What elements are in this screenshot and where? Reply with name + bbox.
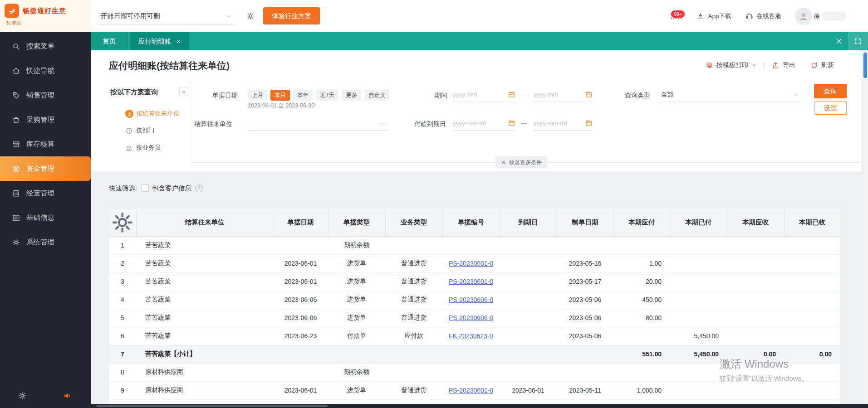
fullscreen-button[interactable] (848, 32, 868, 50)
sidebar-item-purchase[interactable]: 采购管理 (0, 107, 91, 132)
settings-gear-icon[interactable] (17, 391, 27, 401)
tab-payable-ledger[interactable]: 应付明细账 (130, 32, 189, 50)
topbar-gear-icon[interactable] (246, 11, 255, 21)
collapse-panel-icon[interactable]: « (179, 87, 188, 96)
col-header-doc-type[interactable]: 单据类型 (328, 209, 385, 236)
doc-no-link[interactable]: PS-20230601-0 (449, 387, 493, 394)
col-header-unit[interactable]: 结算往来单位 (136, 209, 273, 236)
cell-doc-date (273, 363, 328, 381)
col-header-doc-no[interactable]: 单据编号 (442, 209, 500, 236)
col-header-received[interactable]: 本期已收 (784, 209, 840, 236)
cell-received (784, 381, 840, 399)
more-options-icon[interactable]: ··· (379, 119, 388, 127)
calendar-icon[interactable] (585, 119, 593, 127)
col-header-payable[interactable]: 本期应付 (613, 209, 670, 236)
date-chip[interactable]: 更多 (342, 90, 361, 101)
col-header-biz-type[interactable]: 业务类型 (385, 209, 442, 236)
col-header-paid[interactable]: 本期已付 (670, 209, 727, 236)
quick-filter-label: 快速筛选: (109, 184, 137, 193)
table-column-settings[interactable] (109, 209, 136, 236)
account-set-select[interactable]: 开账日期可停用可删 (98, 8, 234, 24)
sidebar-item-search-menu[interactable]: 搜索菜单 (0, 34, 91, 58)
row-number: 5 (109, 309, 136, 327)
cell-biz-type: 普通进货 (385, 381, 442, 399)
export-button[interactable]: 导出 (772, 61, 795, 69)
speaker-icon[interactable] (63, 391, 73, 401)
scheme-item-by-salesperson[interactable]: 按业务员 (91, 141, 190, 154)
unit-input[interactable] (248, 120, 379, 126)
doc-no-link[interactable]: PS-20230606-0 (449, 314, 493, 321)
table-row[interactable]: 8 原材料供应商 期初余额 (109, 363, 840, 381)
cell-unit: 苦苦蔬菜 (136, 309, 273, 327)
date-chip[interactable]: 上月 (248, 90, 267, 101)
doc-no-link[interactable]: PS-20230601-0 (449, 278, 493, 285)
col-header-make-date[interactable]: 制单日期 (557, 209, 613, 236)
query-type-select[interactable]: 全部 (659, 87, 801, 102)
cell-received (784, 327, 840, 345)
table-row[interactable]: 5 苦苦蔬菜 2023-06-06 进货单 普通进货 PS-20230606-0… (109, 309, 840, 327)
sidebar-item-inventory[interactable]: 库存核算 (0, 132, 91, 156)
online-service-button[interactable]: 在线客服 (745, 12, 781, 20)
close-all-tabs-icon[interactable] (835, 38, 843, 45)
period-end-input[interactable] (534, 91, 585, 98)
cell-unit: 原材料供应商 (136, 381, 273, 399)
messages-button[interactable]: 99+ 消息 (667, 12, 682, 20)
table-gear-icon (109, 209, 136, 236)
date-chip[interactable]: 本月 (270, 90, 290, 101)
table-row[interactable]: 4 苦苦蔬菜 2023-06-06 进货单 普通进货 PS-20230606-0… (109, 291, 840, 309)
table-row[interactable]: 1 苦苦蔬菜 期初余额 (109, 236, 840, 254)
table-row[interactable]: 6 苦苦蔬菜 2023-06-23 付款单 应付款 FK-20230623-0 … (109, 327, 840, 345)
chevron-down-icon (794, 92, 799, 97)
include-customer-checkbox[interactable] (142, 185, 149, 192)
table-row[interactable]: 2 苦苦蔬菜 2023-06-01 进货单 普通进货 PS-20230601-0… (109, 254, 840, 272)
cell-received (784, 254, 840, 272)
horizontal-scrollbar-thumb[interactable] (96, 405, 328, 407)
horizontal-scrollbar[interactable] (91, 404, 868, 408)
app-download-button[interactable]: App下载 (696, 12, 731, 20)
doc-no-link[interactable]: PS-20230601-0 (449, 260, 493, 267)
col-header-receivable[interactable]: 本期应收 (727, 209, 784, 236)
col-header-doc-date[interactable]: 单据日期 (273, 209, 328, 236)
sidebar-item-operations[interactable]: 经营管理 (0, 181, 91, 205)
sidebar-item-sales[interactable]: 销售管理 (0, 83, 91, 107)
vertical-scrollbar-thumb[interactable] (863, 53, 867, 78)
refresh-button[interactable]: 刷新 (810, 61, 834, 69)
tab-close-icon[interactable] (176, 39, 181, 44)
tab-home[interactable]: 首页 (91, 32, 128, 50)
period-start-input[interactable] (453, 91, 508, 98)
cell-unit: 苦苦蔬菜 (136, 327, 273, 345)
table-row[interactable]: 3 苦苦蔬菜 2023-06-01 进货单 普通进货 PS-20230601-0… (109, 272, 840, 291)
due-end-input[interactable] (534, 120, 585, 126)
help-icon[interactable]: ? (195, 185, 203, 192)
search-button[interactable]: 查询 (814, 84, 847, 98)
calendar-icon[interactable] (585, 91, 593, 98)
print-by-template-button[interactable]: 按模板打印 (706, 61, 757, 69)
date-chip[interactable]: 自定义 (364, 90, 390, 101)
trial-industry-button[interactable]: 体验行业方案 (263, 7, 320, 24)
scheme-item-by-unit[interactable]: 按结算往来单位 (91, 107, 190, 120)
vertical-scrollbar[interactable] (862, 50, 868, 404)
doc-no-link[interactable]: PS-20230606-0 (449, 296, 493, 303)
date-chip[interactable]: 本年 (293, 90, 313, 101)
sidebar-item-funds[interactable]: 资金管理 (0, 156, 91, 181)
date-chip[interactable]: 近7天 (316, 90, 338, 101)
due-start-input[interactable] (453, 120, 508, 126)
settings-button[interactable]: 设置 (814, 101, 847, 115)
scheme-item-by-department[interactable]: 按部门 (91, 124, 190, 137)
doc-no-link[interactable]: FK-20230623-0 (449, 332, 493, 340)
col-header-due-date[interactable]: 到期日 (500, 209, 557, 236)
sidebar-item-system[interactable]: 系统管理 (0, 230, 91, 254)
cell-received (784, 291, 840, 309)
calendar-icon[interactable] (508, 91, 515, 98)
table-row[interactable]: 9 原材料供应商 2023-06-01 进货单 普通进货 PS-20230601… (109, 381, 840, 399)
table-row[interactable]: 7 苦苦蔬菜【小计】 551.00 5,450.00 0.00 0.00 (109, 345, 840, 363)
sidebar-item-quick-nav[interactable]: 快捷导航 (0, 58, 91, 83)
scheme-item-label: 按部门 (136, 126, 155, 135)
user-menu[interactable]: 徐 (795, 8, 847, 25)
cell-doc-type: 进货单 (328, 254, 385, 272)
collapse-more-conditions[interactable]: 收起更多条件 (495, 156, 547, 168)
sidebar-item-base-info[interactable]: 基础信息 (0, 205, 91, 230)
calendar-icon[interactable] (508, 119, 515, 127)
cell-doc-date: 2023-06-01 (273, 381, 328, 399)
row-number: 7 (109, 345, 136, 363)
